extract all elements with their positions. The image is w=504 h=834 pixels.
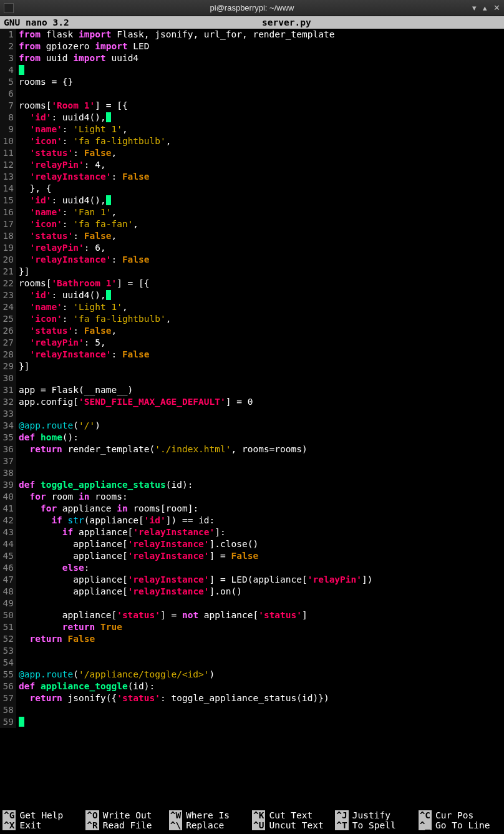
code-content[interactable]: for appliance in rooms[room]:: [16, 503, 198, 515]
code-line[interactable]: 52 return False: [0, 633, 504, 645]
code-content[interactable]: 'status': False,: [16, 147, 117, 159]
code-line[interactable]: 18 'status': False,: [0, 230, 504, 242]
code-content[interactable]: 'icon': 'fa fa-fan',: [16, 218, 138, 230]
code-line[interactable]: 32app.config['SEND_FILE_MAX_AGE_DEFAULT'…: [0, 396, 504, 408]
code-content[interactable]: [16, 88, 19, 100]
code-content[interactable]: [16, 455, 19, 467]
code-line[interactable]: 9 'name': 'Light 1',: [0, 124, 504, 135]
maximize-icon[interactable]: ▴: [483, 3, 487, 12]
code-content[interactable]: }, {: [16, 183, 51, 195]
code-line[interactable]: 57 return jsonify({'status': toggle_appl…: [0, 692, 504, 704]
code-line[interactable]: 43 if appliance['relayInstance']:: [0, 526, 504, 538]
code-line[interactable]: 39def toggle_appliance_status(id):: [0, 479, 504, 491]
code-content[interactable]: @app.route('/appliance/toggle/<id>'): [16, 669, 215, 681]
code-line[interactable]: 30: [0, 372, 504, 384]
editor-area[interactable]: 1from flask import Flask, jsonify, url_f…: [0, 29, 504, 728]
code-content[interactable]: 'id': uuid4(),: [16, 195, 111, 206]
code-line[interactable]: 11 'status': False,: [0, 147, 504, 159]
code-line[interactable]: 2from gpiozero import LED: [0, 41, 504, 52]
close-icon[interactable]: ✕: [493, 3, 500, 12]
code-line[interactable]: 49: [0, 598, 504, 609]
code-content[interactable]: else:: [16, 562, 90, 574]
code-content[interactable]: for room in rooms:: [16, 491, 128, 503]
code-line[interactable]: 1from flask import Flask, jsonify, url_f…: [0, 29, 504, 41]
code-content[interactable]: [16, 467, 19, 479]
code-content[interactable]: 'relayPin': 4,: [16, 159, 106, 171]
code-line[interactable]: 23 'id': uuid4(),: [0, 289, 504, 301]
code-line[interactable]: 15 'id': uuid4(),: [0, 195, 504, 206]
code-line[interactable]: 41 for appliance in rooms[room]:: [0, 503, 504, 515]
code-content[interactable]: def appliance_toggle(id):: [16, 681, 155, 692]
code-line[interactable]: 59: [0, 716, 504, 728]
code-content[interactable]: rooms['Room 1'] = [{: [16, 100, 128, 112]
code-content[interactable]: appliance['relayInstance'] = False: [16, 550, 258, 562]
code-content[interactable]: 'relayPin': 6,: [16, 242, 106, 254]
code-content[interactable]: [16, 64, 24, 76]
code-content[interactable]: app = Flask(__name__): [16, 384, 133, 396]
code-line[interactable]: 25 'icon': 'fa fa-lightbulb',: [0, 313, 504, 325]
code-content[interactable]: 'status': False,: [16, 325, 117, 337]
code-line[interactable]: 34@app.route('/'): [0, 420, 504, 432]
code-line[interactable]: 40 for room in rooms:: [0, 491, 504, 503]
code-line[interactable]: 12 'relayPin': 4,: [0, 159, 504, 171]
code-content[interactable]: 'status': False,: [16, 230, 117, 242]
code-content[interactable]: rooms['Bathroom 1'] = [{: [16, 278, 150, 289]
code-content[interactable]: if appliance['relayInstance']:: [16, 526, 226, 538]
code-line[interactable]: 24 'name': 'Light 1',: [0, 301, 504, 313]
code-line[interactable]: 54: [0, 657, 504, 669]
code-line[interactable]: 58: [0, 704, 504, 716]
code-content[interactable]: def toggle_appliance_status(id):: [16, 479, 193, 491]
code-content[interactable]: [16, 598, 19, 609]
code-content[interactable]: return jsonify({'status': toggle_applian…: [16, 692, 329, 704]
code-line[interactable]: 36 return render_template('./index.html'…: [0, 444, 504, 455]
code-content[interactable]: 'id': uuid4(),: [16, 289, 111, 301]
code-line[interactable]: 46 else:: [0, 562, 504, 574]
code-content[interactable]: 'name': 'Light 1',: [16, 301, 128, 313]
code-content[interactable]: 'name': 'Light 1',: [16, 124, 128, 135]
code-content[interactable]: }]: [16, 361, 29, 372]
code-line[interactable]: 5rooms = {}: [0, 76, 504, 88]
code-line[interactable]: 4: [0, 64, 504, 76]
code-line[interactable]: 35def home():: [0, 432, 504, 444]
minimize-icon[interactable]: ▾: [472, 3, 477, 12]
code-line[interactable]: 53: [0, 645, 504, 657]
code-line[interactable]: 50 appliance['status'] = not appliance['…: [0, 609, 504, 621]
code-content[interactable]: if str(appliance['id']) == id:: [16, 515, 215, 526]
code-line[interactable]: 14 }, {: [0, 183, 504, 195]
code-line[interactable]: 20 'relayInstance': False: [0, 254, 504, 266]
code-line[interactable]: 8 'id': uuid4(),: [0, 112, 504, 124]
code-content[interactable]: from flask import Flask, jsonify, url_fo…: [16, 29, 334, 41]
code-content[interactable]: 'relayInstance': False: [16, 171, 150, 183]
code-line[interactable]: 19 'relayPin': 6,: [0, 242, 504, 254]
code-line[interactable]: 17 'icon': 'fa fa-fan',: [0, 218, 504, 230]
code-content[interactable]: appliance['status'] = not appliance['sta…: [16, 609, 308, 621]
code-content[interactable]: 'id': uuid4(),: [16, 112, 111, 124]
code-line[interactable]: 13 'relayInstance': False: [0, 171, 504, 183]
code-line[interactable]: 44 appliance['relayInstance'].close(): [0, 538, 504, 550]
code-content[interactable]: [16, 408, 19, 420]
code-line[interactable]: 28 'relayInstance': False: [0, 349, 504, 361]
code-line[interactable]: 48 appliance['relayInstance'].on(): [0, 586, 504, 598]
code-content[interactable]: 'icon': 'fa fa-lightbulb',: [16, 313, 171, 325]
code-content[interactable]: [16, 704, 19, 716]
code-content[interactable]: appliance['relayInstance'] = LED(applian…: [16, 574, 373, 586]
code-line[interactable]: 38: [0, 467, 504, 479]
code-content[interactable]: 'icon': 'fa fa-lightbulb',: [16, 135, 171, 147]
code-content[interactable]: @app.route('/'): [16, 420, 100, 432]
code-line[interactable]: 26 'status': False,: [0, 325, 504, 337]
code-line[interactable]: 7rooms['Room 1'] = [{: [0, 100, 504, 112]
code-line[interactable]: 21}]: [0, 266, 504, 278]
code-content[interactable]: [16, 372, 19, 384]
code-content[interactable]: [16, 657, 19, 669]
code-content[interactable]: return True: [16, 621, 122, 633]
code-content[interactable]: }]: [16, 266, 29, 278]
code-line[interactable]: 33: [0, 408, 504, 420]
code-content[interactable]: app.config['SEND_FILE_MAX_AGE_DEFAULT'] …: [16, 396, 253, 408]
code-line[interactable]: 51 return True: [0, 621, 504, 633]
code-content[interactable]: from gpiozero import LED: [16, 41, 150, 52]
code-line[interactable]: 56def appliance_toggle(id):: [0, 681, 504, 692]
code-content[interactable]: 'relayInstance': False: [16, 349, 150, 361]
code-content[interactable]: return render_template('./index.html', r…: [16, 444, 308, 455]
code-line[interactable]: 29}]: [0, 361, 504, 372]
code-line[interactable]: 3from uuid import uuid4: [0, 52, 504, 64]
